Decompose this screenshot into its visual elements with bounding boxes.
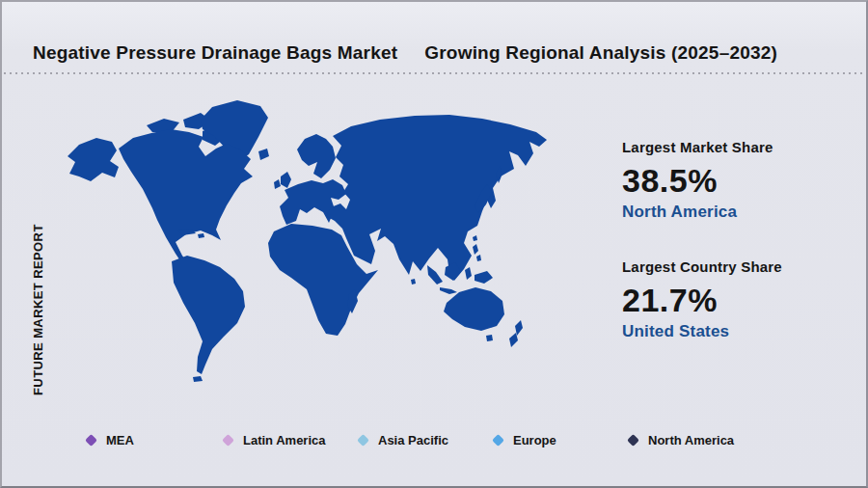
dotted-divider xyxy=(4,72,864,74)
page-title-right: Growing Regional Analysis (2025–2032) xyxy=(424,42,777,64)
stat-label: Largest Country Share xyxy=(622,258,854,275)
stat-value: 21.7% xyxy=(622,282,854,319)
legend-label: North America xyxy=(648,433,734,447)
legend-dot-icon xyxy=(627,434,639,447)
stat-value: 38.5% xyxy=(622,162,854,200)
stat-label: Largest Market Share xyxy=(622,139,854,155)
legend-label: Europe xyxy=(513,433,556,447)
brand-vertical-text: FUTURE MARKET REPORT xyxy=(31,226,45,395)
legend-label: Latin America xyxy=(243,433,326,447)
legend-label: Asia Pacific xyxy=(378,433,448,447)
stat-largest-country-share: Largest Country Share 21.7% United State… xyxy=(622,258,854,341)
page-title: Negative Pressure Drainage Bags Market G… xyxy=(33,42,847,64)
legend-item-europe: Europe xyxy=(494,433,556,447)
legend-dot-icon xyxy=(85,434,97,447)
stat-region: North America xyxy=(622,203,854,222)
legend-item-mea: MEA xyxy=(87,433,134,447)
legend-dot-icon xyxy=(357,434,369,447)
legend-item-latin-america: Latin America xyxy=(224,433,326,447)
stat-largest-market-share: Largest Market Share 38.5% North America xyxy=(622,139,854,222)
legend-dot-icon xyxy=(222,434,234,447)
legend-label: MEA xyxy=(106,433,134,447)
legend-dot-icon xyxy=(492,434,504,447)
stats-panel: Largest Market Share 38.5% North America… xyxy=(622,139,854,378)
stat-region: United States xyxy=(622,322,854,341)
legend: MEA Latin America Asia Pacific Europe No… xyxy=(2,433,866,452)
legend-item-asia-pacific: Asia Pacific xyxy=(359,433,448,447)
legend-item-north-america: North America xyxy=(629,433,734,447)
world-map xyxy=(60,85,600,403)
page-title-left: Negative Pressure Drainage Bags Market xyxy=(33,42,397,64)
infographic-root: Negative Pressure Drainage Bags Market G… xyxy=(0,0,868,488)
